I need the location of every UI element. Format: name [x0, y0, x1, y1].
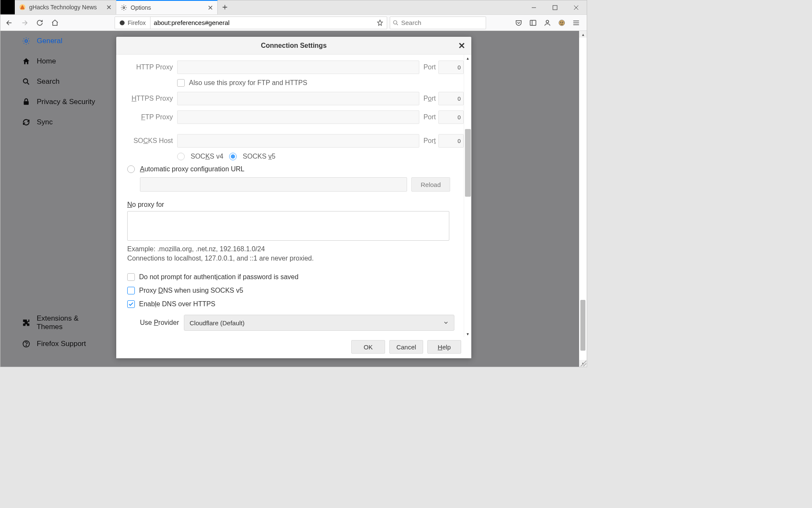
dialog-scrollbar[interactable]: ▴ ▾: [464, 55, 471, 337]
tab-bar: gHacks Technology News ✕ Options ✕: [0, 0, 587, 15]
scroll-thumb[interactable]: [465, 129, 471, 197]
preferences-sidebar: General Home Search Privacy & Security S…: [15, 31, 112, 132]
svg-point-9: [562, 22, 563, 22]
svg-point-7: [559, 20, 565, 26]
svg-rect-2: [553, 5, 557, 10]
http-proxy-input[interactable]: [177, 60, 419, 74]
ghacks-favicon-icon: [19, 4, 26, 11]
new-tab-button[interactable]: [218, 0, 232, 14]
account-icon[interactable]: [541, 16, 554, 29]
enable-doh-label: Enable DNS over HTTPS: [139, 300, 216, 308]
also-use-proxy-row: Also use this proxy for FTP and HTTPS: [127, 79, 464, 87]
provider-value: Cloudflare (Default): [189, 319, 244, 327]
svg-point-8: [560, 22, 561, 22]
auto-proxy-radio[interactable]: [127, 165, 135, 173]
ftp-proxy-row: FTP Proxy Port: [127, 110, 464, 124]
page-scrollbar[interactable]: ▴ ▾: [579, 31, 587, 367]
svg-point-10: [25, 40, 27, 42]
sidebar-item-general[interactable]: General: [15, 31, 112, 51]
sidebar-item-label: Privacy & Security: [37, 98, 95, 106]
sidebar-item-label: General: [37, 37, 62, 45]
forward-button[interactable]: [18, 16, 31, 29]
url-input[interactable]: [150, 19, 373, 26]
search-icon: [22, 77, 31, 86]
dialog-content: HTTP Proxy Port Also use this proxy for …: [116, 55, 464, 337]
no-proxy-textarea[interactable]: [127, 211, 449, 241]
search-bar[interactable]: [390, 16, 486, 29]
proxy-dns-checkbox[interactable]: [127, 287, 135, 294]
https-port-input[interactable]: [438, 92, 464, 105]
dont-prompt-row: Do not prompt for authentication if pass…: [127, 273, 464, 281]
close-icon[interactable]: ✕: [456, 40, 467, 51]
reload-button[interactable]: Reload: [411, 177, 450, 192]
tab-label: Options: [131, 4, 151, 11]
tab-options[interactable]: Options ✕: [116, 0, 218, 14]
tab-ghacks[interactable]: gHacks Technology News ✕: [15, 0, 116, 14]
sidebar-item-search[interactable]: Search: [15, 71, 112, 92]
url-bar[interactable]: Firefox: [115, 16, 387, 29]
socks-host-row: SOCKS Host Port: [127, 134, 464, 148]
sidebar-item-privacy[interactable]: Privacy & Security: [15, 92, 112, 112]
enable-doh-row: Enable DNS over HTTPS: [127, 300, 464, 308]
sidebar-item-sync[interactable]: Sync: [15, 112, 112, 132]
close-icon[interactable]: ✕: [105, 3, 112, 11]
site-identity[interactable]: Firefox: [115, 17, 150, 29]
also-use-checkbox[interactable]: [177, 79, 185, 87]
reload-button[interactable]: [33, 16, 46, 29]
socks-port-label: Port: [424, 137, 436, 145]
sidebar-item-label: Home: [37, 57, 56, 66]
socks-host-input[interactable]: [177, 134, 419, 148]
scroll-track[interactable]: [464, 61, 472, 330]
enable-doh-checkbox[interactable]: [127, 300, 135, 308]
ftp-proxy-input[interactable]: [177, 110, 419, 124]
sidebar-item-support[interactable]: Firefox Support: [15, 335, 112, 352]
page-scroll-track[interactable]: [579, 38, 587, 360]
search-input[interactable]: [401, 19, 483, 26]
home-button[interactable]: [49, 16, 61, 29]
socks-port-input[interactable]: [438, 134, 464, 148]
https-proxy-input[interactable]: [177, 92, 419, 105]
close-window-button[interactable]: [566, 0, 587, 15]
sidebar-item-extensions[interactable]: Extensions & Themes: [15, 310, 112, 335]
http-port-input[interactable]: [438, 60, 464, 74]
socks-version-row: SOCKS v4 SOCKS v5: [127, 153, 464, 160]
auto-url-input[interactable]: [140, 177, 407, 192]
scroll-up-arrow-icon[interactable]: ▴: [464, 55, 472, 61]
sidebar-icon[interactable]: [527, 16, 539, 29]
socks-v4-radio[interactable]: [177, 153, 185, 160]
scroll-down-arrow-icon[interactable]: ▾: [464, 330, 472, 337]
pocket-icon[interactable]: [512, 16, 525, 29]
ok-button[interactable]: OK: [351, 340, 385, 354]
ftp-proxy-label: FTP Proxy: [127, 113, 175, 121]
also-use-label: Also use this proxy for FTP and HTTPS: [189, 79, 307, 87]
auto-proxy-label: Automatic proxy configuration URL: [140, 165, 244, 173]
provider-row: Use Provider Cloudflare (Default): [127, 315, 464, 331]
page-scroll-thumb[interactable]: [580, 300, 585, 351]
cancel-button[interactable]: Cancel: [389, 340, 423, 354]
help-button[interactable]: Help: [427, 340, 461, 354]
close-icon[interactable]: ✕: [206, 4, 214, 11]
proxy-dns-row: Proxy DNS when using SOCKS v5: [127, 287, 464, 294]
dont-prompt-checkbox[interactable]: [127, 273, 135, 281]
proxy-dns-label: Proxy DNS when using SOCKS v5: [139, 287, 243, 294]
tab-label: gHacks Technology News: [29, 4, 97, 11]
http-port-label: Port: [424, 63, 436, 71]
search-icon: [393, 20, 399, 26]
minimize-button[interactable]: [523, 0, 544, 15]
svg-point-14: [26, 346, 26, 346]
provider-select[interactable]: Cloudflare (Default): [184, 315, 454, 331]
greasemonkey-icon[interactable]: [555, 16, 568, 29]
maximize-button[interactable]: [544, 0, 566, 15]
ftp-port-input[interactable]: [438, 110, 464, 124]
sidebar-item-label: Firefox Support: [37, 340, 86, 348]
puzzle-icon: [22, 319, 31, 327]
menu-icon[interactable]: [570, 16, 582, 29]
back-button[interactable]: [3, 16, 16, 29]
bookmark-star-icon[interactable]: [373, 19, 387, 26]
scroll-up-arrow-icon[interactable]: ▴: [579, 31, 587, 38]
resize-grip[interactable]: [580, 360, 586, 366]
socks-v5-radio[interactable]: [229, 153, 237, 160]
svg-point-11: [23, 79, 27, 83]
dialog-footer: OK Cancel Help: [116, 337, 471, 358]
sidebar-item-home[interactable]: Home: [15, 51, 112, 71]
